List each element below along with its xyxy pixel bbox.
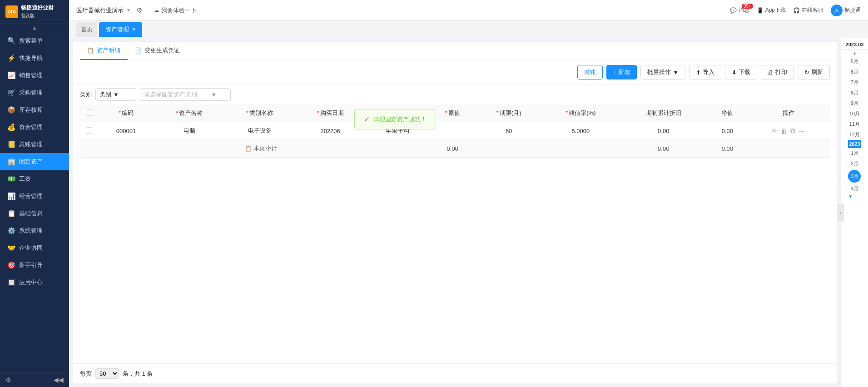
header-period: *期限(月) — [476, 104, 542, 122]
topbar: 医疗器械行业演示 ▼ ⚙ ☁ 我要体验一下 💬 消息 99+ 📱 App下载 🎧… — [69, 0, 868, 21]
sub-tab-asset-detail[interactable]: 📋资产明细 — [80, 42, 128, 60]
sidebar-item-system[interactable]: ⚙️系统管理 — [0, 222, 69, 239]
print-btn[interactable]: 🖨 打印 — [761, 65, 794, 79]
timeline-month-2月[interactable]: 2月 — [848, 159, 861, 169]
enterprise-icon: 🤝 — [7, 244, 15, 252]
message-icon: 💬 — [730, 7, 737, 14]
sub-tab-change-voucher[interactable]: 📄变更生成凭证 — [128, 42, 187, 60]
row-checkbox-cell — [80, 122, 98, 140]
new-btn[interactable]: + 新增 — [606, 65, 637, 79]
app-download-btn[interactable]: 📱 App下载 — [757, 6, 786, 14]
timeline-month-active-3月[interactable]: 3月 — [848, 170, 861, 183]
timeline-month-prev-7月[interactable]: 7月 — [848, 77, 861, 88]
right-panel-collapse-btn[interactable]: › — [837, 203, 844, 222]
timeline-month-prev-8月[interactable]: 8月 — [848, 88, 861, 98]
row-code: 000001 — [98, 122, 154, 140]
main-area: 医疗器械行业演示 ▼ ⚙ ☁ 我要体验一下 💬 消息 99+ 📱 App下载 🎧… — [69, 0, 868, 387]
timeline-container: 5月6月7月8月9月10月11月12月20231月2月3月4月▼ — [848, 56, 861, 199]
topbar-settings-icon[interactable]: ⚙ — [136, 6, 142, 15]
refresh-btn[interactable]: ↻ 刷新 — [798, 65, 830, 79]
content-area: 📋资产明细📄变更生成凭证 对账 + 新增 批量操作 ▼ ⬆ 导入 ⬇ 下载 — [69, 38, 868, 387]
batch-dropdown-icon: ▼ — [673, 69, 679, 76]
sidebar-item-label-purchase: 采购管理 — [19, 89, 43, 97]
sidebar-scroll-up[interactable]: ▲ — [0, 24, 69, 32]
sidebar-item-search[interactable]: 🔍搜索菜单 — [0, 32, 69, 50]
tab-asset-management[interactable]: 资产管理 ✕ — [99, 22, 142, 37]
copy-icon[interactable]: ⧉ — [790, 127, 795, 135]
sidebar-item-enterprise[interactable]: 🤝企业协同 — [0, 239, 69, 257]
header-accumulated: 期初累计折旧 — [620, 104, 708, 122]
reconcile-btn[interactable]: 对账 — [577, 65, 603, 79]
messages-btn[interactable]: 💬 消息 99+ — [730, 6, 749, 14]
download-btn[interactable]: ⬇ 下载 — [725, 65, 757, 79]
timeline-scroll-down[interactable]: ▼ — [848, 194, 861, 199]
collapse-icon[interactable]: ◀◀ — [54, 376, 64, 383]
pagination: 每页 50 100 200 条，共 1 条 — [73, 363, 837, 383]
timeline-scroll-up[interactable]: ▲ — [852, 50, 858, 56]
sidebar-item-sales[interactable]: 📈销售管理 — [0, 67, 69, 84]
subtotal-net: 0.00 — [708, 140, 747, 158]
edit-icon[interactable]: ✏ — [772, 127, 778, 135]
sidebar-item-payroll[interactable]: 💵工资 — [0, 170, 69, 188]
filter-dropdown-icon: ▼ — [211, 91, 217, 98]
timeline-month-prev-9月[interactable]: 9月 — [848, 98, 861, 109]
refresh-icon: ↻ — [804, 69, 809, 76]
sidebar-item-apps[interactable]: 🔲应用中心 — [0, 274, 69, 291]
timeline-month-4月[interactable]: 4月 — [848, 184, 861, 194]
timeline-month-prev-6月[interactable]: 6月 — [848, 67, 861, 77]
user-profile-btn[interactable]: 人 畅捷通 — [831, 5, 861, 16]
subtotal-accumulated: 0.00 — [620, 140, 708, 158]
delete-icon[interactable]: 🗑 — [781, 127, 788, 135]
timeline-month-prev-5月[interactable]: 5月 — [848, 56, 861, 67]
service-icon: 🎧 — [793, 7, 800, 14]
row-net-value: 0.00 — [708, 122, 747, 140]
import-btn[interactable]: ⬆ 导入 — [689, 65, 721, 79]
header-original-value: *原值 — [429, 104, 476, 122]
sidebar-item-guide[interactable]: 🎯新手引导 — [0, 257, 69, 274]
timeline-month-prev-12月[interactable]: 12月 — [848, 129, 861, 140]
total-label: 条，共 1 条 — [123, 370, 153, 378]
inventory-icon: 📦 — [7, 106, 15, 114]
per-page-label: 每页 — [80, 370, 92, 378]
settings-icon[interactable]: ⚙ — [5, 376, 11, 383]
company-selector[interactable]: 医疗器械行业演示 ▼ — [76, 6, 131, 15]
sidebar-item-inventory[interactable]: 📦库存核算 — [0, 101, 69, 119]
row-checkbox[interactable] — [86, 127, 92, 134]
category-value-select[interactable]: 请选择固定资产类别 ▼ — [140, 88, 231, 101]
sidebar-item-finance[interactable]: 💰资金管理 — [0, 119, 69, 136]
category-type-select[interactable]: 类别 ▼ — [95, 88, 136, 101]
sidebar-item-label-base-info: 基础信息 — [19, 209, 43, 218]
select-all-checkbox[interactable] — [86, 109, 92, 116]
ledger-icon: 📒 — [7, 140, 15, 149]
subtotal-label: 📋本页小计： — [98, 140, 429, 158]
per-page-select[interactable]: 50 100 200 — [95, 368, 119, 379]
toast-message: 清理固定资产成功！ — [373, 115, 427, 124]
timeline-year-2023[interactable]: 2023 — [848, 140, 861, 148]
success-toast: ✓ 清理固定资产成功！ — [354, 109, 436, 129]
online-service-btn[interactable]: 🎧 在线客服 — [793, 6, 823, 14]
timeline-month-prev-10月[interactable]: 10月 — [848, 109, 861, 119]
sidebar-item-fixed-assets[interactable]: 🏢固定资产 — [0, 153, 69, 170]
select-arrow-icon: ▼ — [113, 91, 119, 98]
sales-icon: 📈 — [7, 71, 15, 79]
experience-btn[interactable]: ☁ 我要体验一下 — [154, 6, 197, 15]
more-icon[interactable]: ⋯ — [798, 127, 805, 135]
sidebar-item-purchase[interactable]: 🛒采购管理 — [0, 84, 69, 101]
row-category: 电子设备 — [224, 122, 295, 140]
timeline-month-prev-11月[interactable]: 11月 — [848, 119, 861, 129]
asset-detail-tab-label: 资产明细 — [97, 46, 120, 55]
sidebar-item-base-info[interactable]: 📋基础信息 — [0, 205, 69, 222]
sidebar-item-ledger[interactable]: 📒总账管理 — [0, 136, 69, 153]
header-category: *类别名称 — [224, 104, 295, 122]
system-icon: ⚙️ — [7, 227, 15, 235]
header-name: *资产名称 — [154, 104, 224, 122]
tab-home[interactable]: 首页 — [76, 22, 97, 37]
tab-close-icon[interactable]: ✕ — [132, 26, 136, 32]
row-accumulated: 0.00 — [620, 122, 708, 140]
sidebar-items-list: 🔍搜索菜单⚡快捷导航📈销售管理🛒采购管理📦库存核算💰资金管理📒总账管理🏢固定资产… — [0, 32, 69, 372]
batch-btn[interactable]: 批量操作 ▼ — [640, 65, 685, 79]
topbar-right: 💬 消息 99+ 📱 App下载 🎧 在线客服 人 畅捷通 — [730, 5, 861, 16]
sidebar-item-operations[interactable]: 📊经营管理 — [0, 188, 69, 205]
sidebar-item-quicknav[interactable]: ⚡快捷导航 — [0, 50, 69, 67]
timeline-month-1月[interactable]: 1月 — [848, 148, 861, 159]
